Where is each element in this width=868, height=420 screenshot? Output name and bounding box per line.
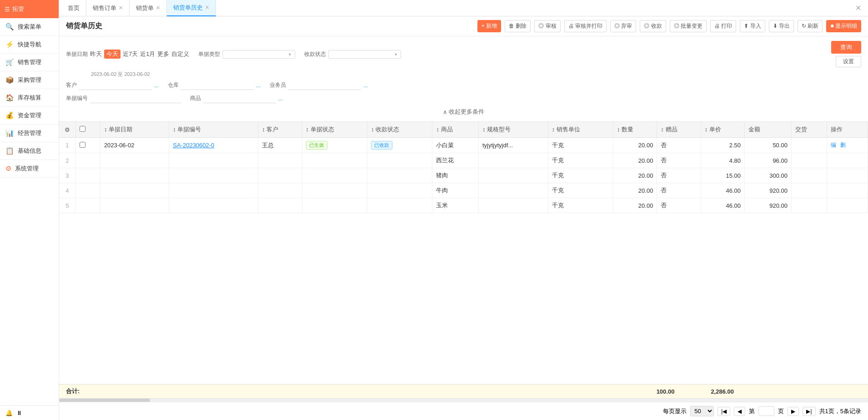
goods-column-header[interactable]: ↕ 商品 bbox=[432, 122, 479, 138]
customer-ellipsis[interactable]: ... bbox=[154, 82, 159, 89]
search-icon: 🔍 bbox=[5, 23, 14, 31]
doc-status-column-header[interactable]: ↕ 单据状态 bbox=[302, 122, 367, 138]
row-number: 4 bbox=[59, 183, 75, 198]
close-all-tabs[interactable]: ✕ bbox=[851, 4, 866, 12]
last-page-button[interactable]: ▶| bbox=[803, 407, 815, 416]
unit-column-header[interactable]: ↕ 销售单位 bbox=[548, 122, 613, 138]
salesperson-input[interactable] bbox=[288, 80, 361, 90]
sidebar-item-finance[interactable]: 💰 资金管理 bbox=[0, 107, 59, 125]
display-detail-button[interactable]: ■ 显示明细 bbox=[826, 20, 861, 32]
select-all-checkbox[interactable] bbox=[80, 126, 85, 132]
export-button[interactable]: ⬇ 导出 bbox=[769, 20, 794, 32]
customer-input[interactable] bbox=[79, 80, 152, 90]
qty-column-header[interactable]: ↕ 数量 bbox=[613, 122, 657, 138]
doc-date-column-header[interactable]: ↕ 单据日期 bbox=[100, 122, 169, 138]
scrollbar-thumb[interactable] bbox=[59, 399, 150, 402]
horizontal-scrollbar[interactable] bbox=[59, 398, 868, 402]
doc-no-link[interactable]: SA-20230602-0 bbox=[173, 142, 214, 149]
customer-column-header[interactable]: ↕ 客户 bbox=[258, 122, 302, 138]
print-button[interactable]: 🖨 打印 bbox=[710, 20, 736, 32]
settings-column-header[interactable]: ⚙ bbox=[59, 122, 75, 138]
row-checkbox bbox=[75, 168, 100, 183]
abandon-button[interactable]: ◎ 弃审 bbox=[610, 20, 636, 32]
row-unit: 千克 bbox=[548, 138, 613, 153]
shortcut-more[interactable]: 更多 bbox=[157, 50, 169, 58]
salesperson-ellipsis[interactable]: ... bbox=[363, 82, 368, 89]
sidebar-item-purchase-mgmt[interactable]: 📦 采购管理 bbox=[0, 71, 59, 89]
next-page-button[interactable]: ▶ bbox=[788, 407, 799, 416]
pause-icon[interactable]: ⏸ bbox=[16, 410, 22, 416]
receive-button[interactable]: ◎ 收款 bbox=[640, 20, 666, 32]
tab-home[interactable]: 首页 bbox=[61, 0, 86, 16]
tab-sales-history[interactable]: 销货单历史 ✕ bbox=[167, 0, 216, 16]
spec-column-header[interactable]: ↕ 规格型号 bbox=[478, 122, 548, 138]
gift-column-header[interactable]: ↕ 赠品 bbox=[657, 122, 701, 138]
tab-sales-delivery[interactable]: 销货单 ✕ bbox=[130, 0, 167, 16]
audit-print-button[interactable]: 🖨 审核并打印 bbox=[564, 20, 607, 32]
warehouse-input[interactable] bbox=[181, 80, 254, 90]
goods-ellipsis[interactable]: ... bbox=[278, 95, 283, 102]
audit-button[interactable]: ◎ 审核 bbox=[534, 20, 560, 32]
sidebar-item-basic-info[interactable]: 📋 基础信息 bbox=[0, 142, 59, 160]
doc-status-badge: 已生效 bbox=[306, 141, 327, 150]
actions-column-header: 操作 bbox=[827, 122, 868, 138]
page-number-input[interactable]: 1 bbox=[758, 406, 774, 416]
new-button[interactable]: + 新增 bbox=[477, 20, 501, 32]
goods-input[interactable] bbox=[203, 94, 276, 103]
row-price: 46.00 bbox=[701, 183, 744, 198]
close-tab-sales-order[interactable]: ✕ bbox=[119, 5, 123, 11]
prev-page-button[interactable]: ◀ bbox=[734, 407, 745, 416]
action-edit-link[interactable]: 编 bbox=[831, 142, 836, 148]
tab-sales-order[interactable]: 销售订单 ✕ bbox=[86, 0, 130, 16]
shortcut-custom[interactable]: 自定义 bbox=[171, 50, 189, 58]
setting-button[interactable]: 设置 bbox=[836, 56, 861, 67]
shortcut-1month[interactable]: 近1月 bbox=[140, 50, 155, 58]
sidebar-item-sales-mgmt[interactable]: 🛒 销售管理 bbox=[0, 54, 59, 71]
doc-type-select[interactable]: ▾ bbox=[222, 50, 295, 59]
shortcut-yesterday[interactable]: 昨天 bbox=[90, 50, 102, 58]
row-gift: 否 bbox=[657, 183, 701, 198]
sidebar-item-operations[interactable]: 📊 经营管理 bbox=[0, 125, 59, 142]
receive-status-column-header[interactable]: ↕ 收款状态 bbox=[367, 122, 432, 138]
action-delete-link[interactable]: 删 bbox=[840, 142, 846, 148]
query-button[interactable]: 查询 bbox=[831, 41, 861, 54]
shortcut-today[interactable]: 今天 bbox=[104, 50, 120, 59]
close-tab-sales-history[interactable]: ✕ bbox=[205, 5, 209, 10]
sidebar-item-quick-nav[interactable]: ⚡ 快捷导航 bbox=[0, 36, 59, 54]
sidebar-item-label: 销售管理 bbox=[18, 58, 41, 66]
import-button[interactable]: ⬆ 导入 bbox=[740, 20, 765, 32]
receive-status-select[interactable]: ▾ bbox=[328, 50, 401, 59]
row-price: 2.50 bbox=[701, 138, 744, 153]
per-page-label: 每页显示 bbox=[663, 407, 687, 415]
warehouse-ellipsis[interactable]: ... bbox=[256, 82, 261, 89]
row-checkbox bbox=[75, 153, 100, 168]
price-column-header[interactable]: ↕ 单价 bbox=[701, 122, 744, 138]
per-page-select[interactable]: 50 100 bbox=[690, 406, 714, 416]
salesperson-filter: 业务员 ... bbox=[270, 80, 368, 90]
collapse-label: 收起更多条件 bbox=[449, 108, 484, 116]
shortcut-7days[interactable]: 近7天 bbox=[123, 50, 138, 58]
notification-icon[interactable]: 🔔 bbox=[5, 410, 13, 416]
delete-button[interactable]: 🗑 删除 bbox=[505, 20, 531, 32]
sidebar-brand: ☰ 拓管 bbox=[0, 0, 59, 18]
close-tab-sales-delivery[interactable]: ✕ bbox=[156, 5, 160, 11]
doc-no-input[interactable] bbox=[90, 94, 181, 103]
first-page-button[interactable]: |◀ bbox=[717, 407, 730, 416]
sidebar-item-inventory[interactable]: 🏠 库存核算 bbox=[0, 89, 59, 107]
sidebar-item-system-mgmt[interactable]: ⚙ 系统管理 bbox=[0, 160, 59, 178]
collapse-button[interactable]: ∧ 收起更多条件 bbox=[438, 107, 489, 117]
row-doc-date: 2023-06-02 bbox=[100, 138, 169, 153]
warehouse-filter: 仓库 ... bbox=[168, 80, 261, 90]
row-select-checkbox[interactable] bbox=[80, 142, 85, 148]
row-amount: 920.00 bbox=[745, 198, 792, 213]
chevron-down-icon: ▾ bbox=[395, 52, 397, 57]
sidebar-search[interactable]: 🔍 搜索菜单 bbox=[0, 18, 59, 36]
sidebar-item-label: 基础信息 bbox=[18, 147, 41, 155]
sidebar-item-label: 经营管理 bbox=[18, 129, 41, 137]
refresh-button[interactable]: ↻ 刷新 bbox=[798, 20, 823, 32]
page-header: 销货单历史 + 新增 🗑 删除 ◎ 审核 🖨 审核并打印 ◎ 弃审 ◎ 收款 ◎… bbox=[59, 16, 868, 36]
doc-no-column-header[interactable]: ↕ 单据编号 bbox=[169, 122, 258, 138]
operations-icon: 📊 bbox=[5, 129, 14, 137]
batch-change-button[interactable]: ◎ 批量变更 bbox=[670, 20, 707, 32]
tab-sales-delivery-label: 销货单 bbox=[136, 4, 154, 12]
